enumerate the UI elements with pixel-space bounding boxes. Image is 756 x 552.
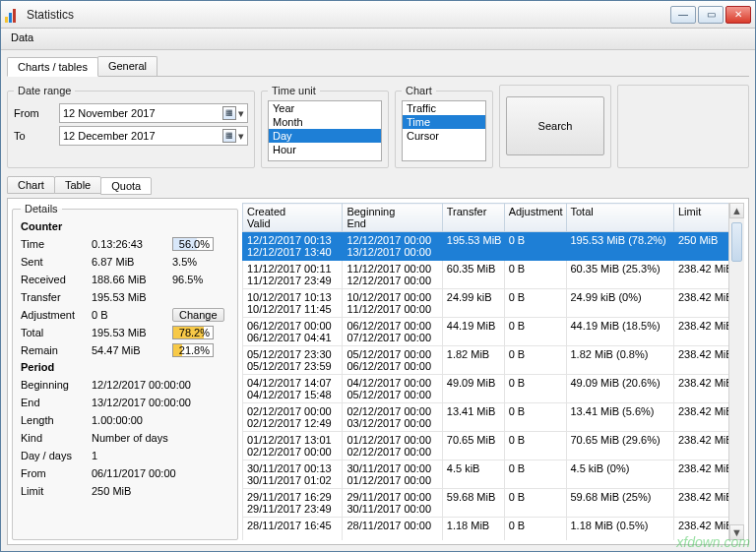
quota-table-wrap: CreatedValid BeginningEnd Transfer Adjus… [242, 203, 744, 540]
table-row[interactable]: 11/12/2017 00:1111/12/2017 23:4911/12/20… [243, 261, 744, 289]
from-date-value: 12 November 2017 [63, 107, 222, 119]
beginning-value: 12/12/2017 00:00:00 [92, 379, 191, 391]
time-unit-legend: Time unit [268, 85, 320, 96]
quota-table[interactable]: CreatedValid BeginningEnd Transfer Adjus… [242, 203, 744, 540]
date-range-legend: Date range [14, 85, 75, 96]
calendar-icon[interactable]: ▦ [222, 106, 236, 120]
table-row[interactable]: 30/11/2017 00:1330/11/2017 01:0230/11/20… [243, 460, 744, 489]
time-unit-listbox[interactable]: YearMonthDayHour [268, 100, 382, 161]
received-value: 188.66 MiB [92, 274, 168, 285]
remain-value: 54.47 MiB [92, 344, 168, 356]
date-range-group: Date range From 12 November 2017 ▦ ▾ To … [7, 85, 255, 168]
table-row[interactable]: 29/11/2017 16:2929/11/2017 23:4929/11/20… [243, 489, 744, 518]
search-button[interactable]: Search [506, 96, 604, 155]
kind-label: Kind [21, 432, 88, 444]
details-legend: Details [21, 203, 62, 215]
col-created[interactable]: CreatedValid [243, 204, 343, 232]
days-label: Day / days [21, 450, 88, 461]
remain-label: Remain [21, 344, 88, 356]
col-total[interactable]: Total [566, 204, 674, 232]
col-adjustment[interactable]: Adjustment [504, 204, 566, 232]
time-label: Time [21, 238, 88, 250]
table-row[interactable]: 04/12/2017 14:0704/12/2017 15:4804/12/20… [243, 375, 744, 403]
list-item[interactable]: Year [269, 101, 381, 115]
end-value: 13/12/2017 00:00:00 [92, 397, 191, 408]
col-transfer[interactable]: Transfer [442, 204, 504, 232]
chart-listbox[interactable]: TrafficTimeCursor [402, 100, 486, 161]
maximize-button[interactable]: ▭ [698, 6, 724, 24]
quota-panel: Details Counter Time0.13:26:4356.0% Sent… [7, 198, 749, 545]
scroll-down-arrow[interactable]: ▼ [729, 524, 744, 540]
menubar: Data [1, 29, 755, 50]
tab-charts-tables[interactable]: Charts / tables [7, 57, 98, 77]
limit-value: 250 MiB [92, 485, 131, 497]
time-pct: 56.0% [172, 237, 214, 251]
subtab-chart[interactable]: Chart [7, 176, 55, 194]
length-label: Length [21, 414, 88, 426]
main-tabs: Charts / tables General [7, 56, 749, 77]
table-row[interactable]: 10/12/2017 10:1310/12/2017 11:4510/12/20… [243, 289, 744, 318]
list-item[interactable]: Day [269, 129, 381, 143]
to-label: To [14, 130, 53, 142]
transfer-label: Transfer [21, 291, 88, 303]
period-from-label: From [21, 467, 88, 479]
calendar-icon[interactable]: ▦ [222, 129, 236, 143]
table-row[interactable]: 02/12/2017 00:0002/12/2017 12:4902/12/20… [243, 403, 744, 432]
from-date-field[interactable]: 12 November 2017 ▦ ▾ [59, 103, 248, 123]
chevron-down-icon[interactable]: ▾ [238, 107, 244, 120]
counter-heading: Counter [21, 220, 229, 232]
sent-pct: 3.5% [172, 256, 229, 268]
list-item[interactable]: Cursor [403, 129, 485, 143]
table-row[interactable]: 28/11/2017 16:4528/11/2017 00:001.18 MiB… [243, 518, 744, 541]
beginning-label: Beginning [21, 379, 88, 391]
list-item[interactable]: Traffic [403, 101, 485, 115]
sent-label: Sent [21, 256, 88, 268]
scroll-up-arrow[interactable]: ▲ [729, 203, 744, 218]
chart-group: Chart TrafficTimeCursor [395, 85, 493, 168]
kind-value: Number of days [92, 432, 168, 444]
subtab-table[interactable]: Table [54, 176, 101, 194]
received-pct: 96.5% [172, 274, 229, 285]
table-row[interactable]: 12/12/2017 00:1312/12/2017 13:4012/12/20… [243, 232, 744, 261]
total-label: Total [21, 327, 88, 338]
table-row[interactable]: 05/12/2017 23:3005/12/2017 23:5905/12/20… [243, 346, 744, 375]
sub-tabs: Chart Table Quota [7, 176, 749, 194]
chart-legend: Chart [402, 85, 436, 96]
from-label: From [14, 107, 53, 119]
close-button[interactable]: ✕ [725, 6, 751, 24]
days-value: 1 [92, 450, 97, 461]
app-icon [5, 7, 21, 23]
table-row[interactable]: 06/12/2017 00:0006/12/2017 04:4106/12/20… [243, 318, 744, 346]
col-beginning[interactable]: BeginningEnd [343, 204, 442, 232]
transfer-value: 195.53 MiB [92, 291, 168, 303]
window-title: Statistics [27, 8, 670, 22]
vertical-scrollbar[interactable]: ▲ ▼ [728, 203, 744, 540]
list-item[interactable]: Time [403, 115, 485, 129]
adjustment-label: Adjustment [21, 309, 88, 321]
length-value: 1.00:00:00 [92, 414, 143, 426]
search-group: Search [499, 85, 611, 168]
total-value: 195.53 MiB [92, 327, 168, 338]
list-item[interactable]: Month [269, 115, 381, 129]
statistics-window: Statistics — ▭ ✕ Data Charts / tables Ge… [0, 0, 756, 552]
subtab-quota[interactable]: Quota [100, 177, 152, 195]
time-value: 0.13:26:43 [92, 238, 168, 250]
adjustment-value: 0 B [92, 309, 168, 321]
table-row[interactable]: 01/12/2017 13:0102/12/2017 00:0001/12/20… [243, 432, 744, 460]
to-date-value: 12 December 2017 [63, 130, 222, 142]
sent-value: 6.87 MiB [92, 256, 168, 268]
remain-pct: 21.8% [172, 343, 214, 357]
tab-general[interactable]: General [97, 56, 158, 76]
minimize-button[interactable]: — [670, 6, 696, 24]
total-pct: 78.2% [172, 326, 214, 339]
menu-data[interactable]: Data [11, 31, 33, 43]
empty-group [617, 85, 749, 168]
period-from-value: 06/11/2017 00:00 [92, 467, 176, 479]
change-button[interactable]: Change [172, 308, 224, 322]
scroll-thumb[interactable] [731, 222, 742, 262]
titlebar[interactable]: Statistics — ▭ ✕ [1, 1, 755, 29]
received-label: Received [21, 274, 88, 285]
to-date-field[interactable]: 12 December 2017 ▦ ▾ [59, 126, 248, 146]
chevron-down-icon[interactable]: ▾ [238, 130, 244, 143]
list-item[interactable]: Hour [269, 143, 381, 156]
